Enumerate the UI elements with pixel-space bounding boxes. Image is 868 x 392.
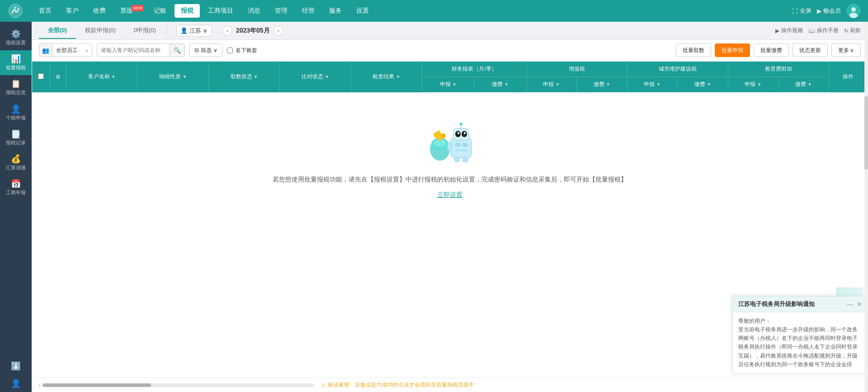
nav-accounting[interactable]: 记账	[147, 4, 173, 18]
region-text: 江苏	[189, 27, 201, 35]
warning-icon: ⚠	[321, 382, 326, 388]
tab-all[interactable]: 全部(0)	[39, 23, 76, 39]
toolbar-right-buttons: 批量取数 批量申报 批量缴费 状态更新 更多 ∨	[676, 43, 861, 57]
date-prev-button[interactable]: ‹	[222, 26, 232, 36]
sidebar-item-tax-overview[interactable]: 📋 报税总览	[0, 75, 32, 100]
svg-rect-22	[462, 143, 468, 147]
notification-close-button[interactable]: ✕	[857, 301, 862, 308]
search-box: 🔍	[97, 43, 185, 57]
user-profile-icon: 👤	[11, 379, 21, 387]
scrollbar-thumb	[42, 383, 151, 387]
nav-settings[interactable]: 设置	[350, 4, 375, 18]
employee-select[interactable]: 👥 全部员工 ∨	[39, 43, 92, 57]
th-vat: 增值税	[526, 62, 627, 77]
region-select[interactable]: 👤 江苏 ∨	[176, 25, 212, 37]
svg-rect-25	[462, 158, 468, 162]
app-logo[interactable]	[7, 3, 24, 19]
sidebar-item-batch-tax[interactable]: 📊 批量报税	[0, 50, 32, 75]
tab-zero-declare[interactable]: 0申报(0)	[125, 23, 165, 39]
manual-icon: 📖	[808, 28, 815, 34]
horizontal-scrollbar[interactable]	[42, 383, 314, 387]
account-checkbox-label[interactable]: 名下账套	[227, 47, 257, 54]
status-update-button[interactable]: 状态更新	[793, 43, 828, 57]
tab-bar: 全部(0) 税款申报(0) 0申报(0) 👤 江苏 ∨ ‹ 2023年05月 ›…	[32, 22, 868, 40]
right-scrollbar-thumb	[864, 96, 868, 170]
right-scrollbar[interactable]	[864, 22, 868, 392]
nav-billing[interactable]: 收费	[87, 4, 112, 18]
notification-header: 江苏电子税务局升级影响通知 — ✕	[733, 296, 868, 312]
notification-minimize-button[interactable]: —	[847, 301, 853, 308]
sidebar-label-tax-overview: 报税总览	[6, 90, 26, 96]
svg-point-10	[441, 134, 446, 138]
svg-point-1	[14, 6, 16, 9]
th-city-pay: 缴费 ▼	[678, 77, 728, 92]
nav-home[interactable]: 首页	[33, 4, 58, 18]
search-icon: 🔍	[174, 47, 181, 54]
th-fr-pay: 缴费 ▼	[474, 77, 526, 92]
svg-point-7	[434, 139, 446, 147]
search-input[interactable]	[97, 44, 170, 57]
member-button[interactable]: ▶ 畅会员	[817, 7, 841, 15]
th-operation: 操作	[829, 62, 868, 92]
nav-messages[interactable]: 消息	[241, 4, 267, 18]
fullscreen-button[interactable]: ⛶ 全屏	[792, 7, 811, 15]
sidebar-item-download[interactable]: ⬇️	[0, 358, 32, 375]
filter-icon: ⊟	[194, 47, 199, 53]
tab-bar-actions: ▶ 操作视频 📖 操作手册 ↻ 刷新	[775, 27, 861, 34]
robot-illustration	[423, 120, 477, 165]
refresh-icon: ↻	[844, 28, 849, 34]
filter-button[interactable]: ⊟ 筛选 ∨	[189, 43, 222, 57]
batch-tax-icon: 📊	[11, 55, 21, 63]
svg-point-4	[849, 13, 858, 18]
nav-customers[interactable]: 客户	[60, 4, 85, 18]
nav-operations[interactable]: 经营	[296, 4, 321, 18]
refresh-button[interactable]: ↻ 刷新	[844, 27, 861, 34]
nav-management[interactable]: 管理	[269, 4, 294, 18]
batch-declare-button[interactable]: 批量申报	[715, 43, 750, 57]
th-city-declare: 申报 ▼	[627, 77, 678, 92]
sidebar-label-batch-tax: 批量报税	[6, 65, 26, 71]
svg-point-16	[458, 132, 459, 134]
bottom-bar: ‹ ⚠ 验证账密、采集信息均成功的企业才会流转至批量报税页面中	[32, 378, 868, 392]
reconciliation-icon: 💰	[11, 155, 21, 163]
sidebar-label-reconciliation: 汇算清缴	[6, 165, 26, 171]
scroll-left-icon[interactable]: ‹	[39, 382, 41, 388]
sidebar-item-reconciliation[interactable]: 💰 汇算清缴	[0, 150, 32, 175]
panel-decoration	[836, 287, 863, 296]
more-button[interactable]: 更多 ∨	[831, 43, 861, 57]
sidebar-label-tax-records: 报税记录	[6, 140, 26, 146]
user-avatar[interactable]	[846, 4, 861, 18]
batch-pay-button[interactable]: 批量缴费	[754, 43, 789, 57]
th-edu-declare: 申报 ▼	[728, 77, 778, 92]
account-checkbox[interactable]	[227, 48, 233, 53]
nav-invoices[interactable]: 票据 NEW	[114, 4, 146, 18]
notification-title: 江苏电子税务局升级影响通知	[738, 300, 815, 308]
sidebar-item-tax-records[interactable]: 🗒️ 报税记录	[0, 125, 32, 150]
tax-settings-icon: ⚙️	[11, 30, 21, 38]
nav-tax[interactable]: 报税	[175, 4, 200, 18]
sidebar-item-tax-settings[interactable]: ⚙️ 报税设置	[0, 25, 32, 50]
select-all-checkbox[interactable]	[38, 73, 44, 79]
tab-tax-declare[interactable]: 税款申报(0)	[76, 23, 125, 39]
svg-rect-24	[454, 158, 460, 162]
nav-business[interactable]: 工商项目	[202, 4, 240, 18]
manual-link[interactable]: 📖 操作手册	[808, 27, 839, 34]
nav-services[interactable]: 服务	[323, 4, 348, 18]
video-link[interactable]: ▶ 操作视频	[775, 27, 803, 34]
sidebar-item-user-profile[interactable]: 👤	[0, 375, 32, 392]
svg-point-3	[851, 7, 856, 12]
th-check-result: 检查结果 ▼	[351, 62, 422, 92]
employee-chevron-icon: ∨	[81, 48, 92, 53]
invoice-badge: NEW	[132, 5, 144, 11]
sidebar-item-personal-tax[interactable]: 👤 个税申报	[0, 100, 32, 125]
gear-icon[interactable]: ⚙	[56, 74, 61, 80]
batch-fetch-button[interactable]: 批量取数	[676, 43, 711, 57]
date-next-button[interactable]: ›	[274, 26, 283, 36]
setup-link[interactable]: 立即设置	[437, 191, 462, 199]
sidebar-item-annual-report[interactable]: 📅 工商年报	[0, 175, 32, 200]
search-button[interactable]: 🔍	[170, 44, 184, 57]
svg-point-17	[464, 132, 466, 134]
notification-panel: 江苏电子税务局升级影响通知 — ✕ 尊敬的用户：受当前电子税务局进一步升级的影响…	[732, 296, 868, 374]
personal-tax-icon: 👤	[11, 105, 21, 113]
svg-point-19	[460, 123, 462, 125]
